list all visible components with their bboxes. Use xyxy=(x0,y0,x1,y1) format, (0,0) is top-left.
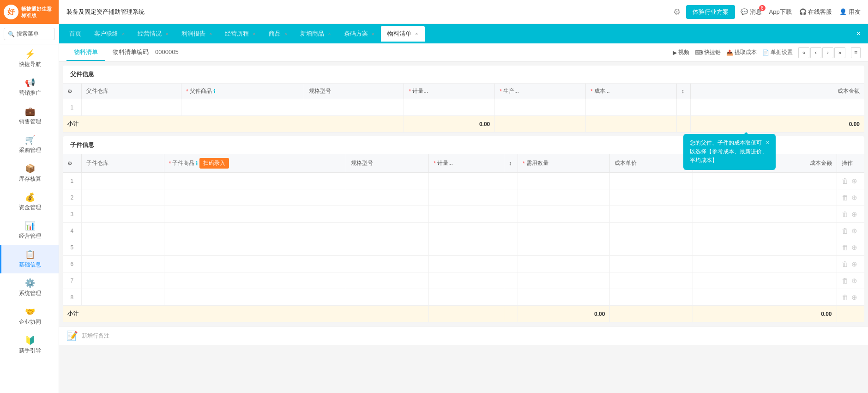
grid-view-button[interactable]: ≡ xyxy=(851,47,861,58)
child-row-1-needed-qty[interactable] xyxy=(518,173,610,189)
parent-row-1-spec[interactable] xyxy=(304,99,404,116)
sidebar-item-purchase[interactable]: 🛒 采购管理 xyxy=(0,130,59,159)
child-col-sort: ↕ xyxy=(504,154,518,173)
tab-new-goods[interactable]: 新增商品 × xyxy=(294,26,337,42)
app-download-link[interactable]: App下载 xyxy=(769,8,792,16)
close-new-goods-tab[interactable]: × xyxy=(328,31,331,36)
tab-profit[interactable]: 利润报告 × xyxy=(175,26,218,42)
child-table: ⚙ 子件仓库 * 子件商品 ℹ 扫码录入 xyxy=(63,154,864,322)
single-settings-button[interactable]: 📄 单据设置 xyxy=(762,48,793,56)
tab-bom[interactable]: 物料清单 × xyxy=(381,26,424,42)
parent-row-1-warehouse[interactable] xyxy=(81,99,181,116)
copy-row-5-button[interactable]: ⊕ xyxy=(851,243,857,252)
close-all-tabs-button[interactable]: × xyxy=(853,28,864,40)
sidebar-item-operation[interactable]: 📊 经营管理 xyxy=(0,216,59,245)
sidebar-item-quick-nav[interactable]: ⚡ 快捷导航 xyxy=(0,44,59,73)
app-logo: 好 畅捷通好生意 标准版 xyxy=(0,0,59,24)
close-profit-tab[interactable]: × xyxy=(209,31,212,36)
child-row-1-warehouse[interactable] xyxy=(81,173,164,189)
copy-row-8-button[interactable]: ⊕ xyxy=(851,293,857,302)
sidebar-item-finance[interactable]: 💰 资金管理 xyxy=(0,187,59,216)
copy-row-3-button[interactable]: ⊕ xyxy=(851,210,857,218)
close-bom-tab[interactable]: × xyxy=(415,31,418,36)
copy-row-4-button[interactable]: ⊕ xyxy=(851,227,857,235)
sidebar-item-sales[interactable]: 💼 销售管理 xyxy=(0,102,59,130)
parent-row-1-goods[interactable] xyxy=(181,99,304,116)
copy-row-7-button[interactable]: ⊕ xyxy=(851,277,857,285)
tab-customer[interactable]: 客户联络 × xyxy=(88,26,131,42)
parent-section: 父件信息 ⚙ 父件仓库 * xyxy=(63,66,864,133)
child-row-1-qty-unit[interactable] xyxy=(429,173,504,189)
headset-icon: 🎧 xyxy=(799,8,807,15)
tab-operations[interactable]: 经营情况 × xyxy=(131,26,175,42)
delete-row-7-button[interactable]: 🗑 xyxy=(842,277,849,284)
tab-goods[interactable]: 商品 × xyxy=(262,26,294,42)
close-operations-tab[interactable]: × xyxy=(165,31,168,36)
close-barcode-tab[interactable]: × xyxy=(372,31,374,36)
sub-tab-bom-list[interactable]: 物料清单 xyxy=(66,44,105,61)
tab-history[interactable]: 经营历程 × xyxy=(218,26,262,42)
tab-barcode[interactable]: 条码方案 × xyxy=(338,26,381,42)
child-row-1-goods[interactable] xyxy=(164,173,346,189)
sidebar-item-collab[interactable]: 🤝 企业协同 xyxy=(0,302,59,331)
add-row-icon[interactable]: 📝 xyxy=(66,330,78,341)
copy-row-1-button[interactable]: ⊕ xyxy=(851,177,857,185)
parent-row-1-cost[interactable] xyxy=(586,99,677,116)
shortcut-button[interactable]: ⌨ 快捷键 xyxy=(695,48,721,56)
child-col-action: 操作 xyxy=(837,154,864,173)
marketing-icon: 📢 xyxy=(25,78,35,88)
delete-row-2-button[interactable]: 🗑 xyxy=(842,193,849,201)
extract-cost-button[interactable]: 📤 提取成本 xyxy=(726,48,757,56)
delete-row-8-button[interactable]: 🗑 xyxy=(842,293,849,301)
child-row-1-unit-cost[interactable] xyxy=(610,173,693,189)
trial-button[interactable]: 体验行业方案 xyxy=(686,5,735,19)
child-row-1-spec[interactable] xyxy=(346,173,428,189)
sidebar-item-system[interactable]: ⚙️ 系统管理 xyxy=(0,273,59,302)
parent-row-1-quantity[interactable] xyxy=(404,99,495,116)
user-menu[interactable]: 👤 用友 xyxy=(839,8,861,16)
sub-tab-bom-code[interactable]: 物料清单编码 0000005 xyxy=(105,44,186,61)
sidebar-item-guide[interactable]: 🔰 新手引导 xyxy=(0,331,59,359)
parent-row-1-production[interactable] xyxy=(495,99,586,116)
parent-subtotal-amount: 0.00 xyxy=(690,116,864,133)
goods-info-icon: ℹ xyxy=(213,88,216,95)
message-badge[interactable]: 💬 消息 6 xyxy=(741,8,762,16)
scan-input-button[interactable]: 扫码录入 xyxy=(199,158,229,169)
online-service-link[interactable]: 🎧 在线客服 xyxy=(799,8,832,16)
settings-icon[interactable]: ⚙ xyxy=(673,7,681,17)
copy-row-6-button[interactable]: ⊕ xyxy=(851,260,857,268)
delete-row-6-button[interactable]: 🗑 xyxy=(842,260,849,268)
view-video-button[interactable]: ▶ 视频 xyxy=(673,48,689,56)
delete-row-1-button[interactable]: 🗑 xyxy=(842,177,849,185)
parent-col-production: * 生产... xyxy=(495,84,586,99)
table-row: 1 🗑 ⊕ xyxy=(63,173,864,189)
logo-title: 畅捷通好生意 xyxy=(21,6,52,12)
parent-table-header: ⚙ 父件仓库 * 父件商品 ℹ xyxy=(63,84,864,99)
child-col-needed-qty: * 需用数量 xyxy=(518,154,610,173)
delete-row-3-button[interactable]: 🗑 xyxy=(842,210,849,218)
search-menu-button[interactable]: 🔍 搜索菜单 xyxy=(4,28,55,40)
prev-page-button[interactable]: ‹ xyxy=(810,47,821,58)
operation-icon: 📊 xyxy=(25,221,35,231)
close-customer-tab[interactable]: × xyxy=(122,31,125,36)
tooltip-close-button[interactable]: × xyxy=(766,139,769,147)
child-row-2-warehouse[interactable] xyxy=(81,189,164,206)
child-row-2-goods[interactable] xyxy=(164,189,346,206)
parent-col-settings: ⚙ xyxy=(63,84,81,99)
system-icon: ⚙️ xyxy=(25,278,35,288)
first-page-button[interactable]: « xyxy=(798,47,809,58)
delete-row-5-button[interactable]: 🗑 xyxy=(842,243,849,251)
sidebar-item-basic[interactable]: 📋 基础信息 xyxy=(0,245,59,273)
close-history-tab[interactable]: × xyxy=(253,31,255,36)
copy-row-2-button[interactable]: ⊕ xyxy=(851,193,857,202)
extract-icon: 📤 xyxy=(726,49,733,56)
sidebar-item-marketing[interactable]: 📢 营销推广 xyxy=(0,73,59,102)
tab-home[interactable]: 首页 xyxy=(63,26,88,42)
parent-subtotal-label: 小计 xyxy=(63,116,404,133)
parent-col-spec: 规格型号 xyxy=(304,84,404,99)
delete-row-4-button[interactable]: 🗑 xyxy=(842,227,849,235)
sidebar-item-inventory[interactable]: 📦 库存核算 xyxy=(0,159,59,187)
next-page-button[interactable]: › xyxy=(822,47,833,58)
close-goods-tab[interactable]: × xyxy=(284,31,287,36)
last-page-button[interactable]: » xyxy=(834,47,845,58)
